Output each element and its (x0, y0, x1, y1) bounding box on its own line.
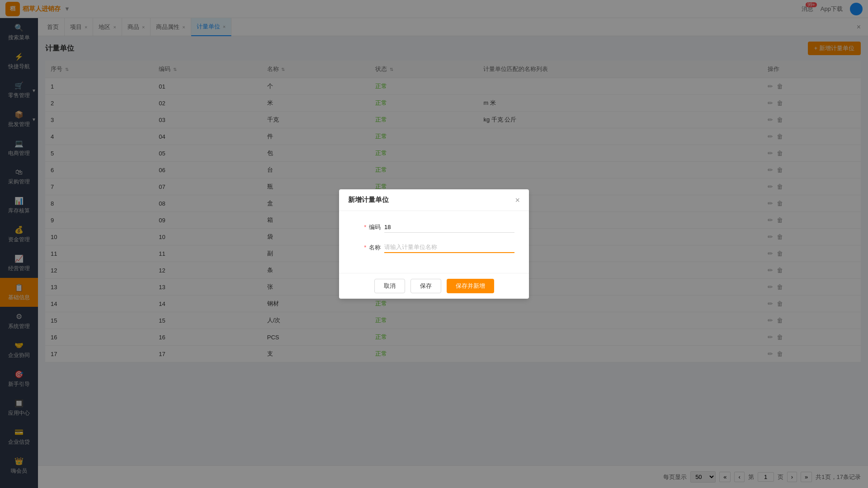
modal-overlay: 新增计量单位 × * 编码 * 名称 取消 保存 保存并新增 (0, 0, 868, 488)
modal-title: 新增计量单位 (348, 196, 389, 204)
modal-footer: 取消 保存 保存并新增 (339, 273, 529, 299)
code-label: * 编码 (354, 223, 381, 231)
name-form-row: * 名称 (354, 242, 514, 253)
modal-header: 新增计量单位 × (339, 189, 529, 211)
required-mark: * (364, 244, 366, 251)
name-input[interactable] (384, 242, 514, 253)
modal-close-button[interactable]: × (515, 196, 520, 204)
name-label: * 名称 (354, 244, 381, 252)
save-and-new-button[interactable]: 保存并新增 (447, 279, 494, 293)
cancel-button[interactable]: 取消 (374, 279, 405, 293)
save-button[interactable]: 保存 (410, 279, 441, 293)
code-label-text: 编码 (369, 224, 381, 230)
modal-body: * 编码 * 名称 (339, 211, 529, 273)
code-form-row: * 编码 (354, 222, 514, 233)
name-label-text: 名称 (369, 244, 381, 251)
required-mark: * (364, 224, 366, 230)
add-unit-modal: 新增计量单位 × * 编码 * 名称 取消 保存 保存并新增 (339, 189, 529, 299)
code-input[interactable] (384, 222, 514, 233)
